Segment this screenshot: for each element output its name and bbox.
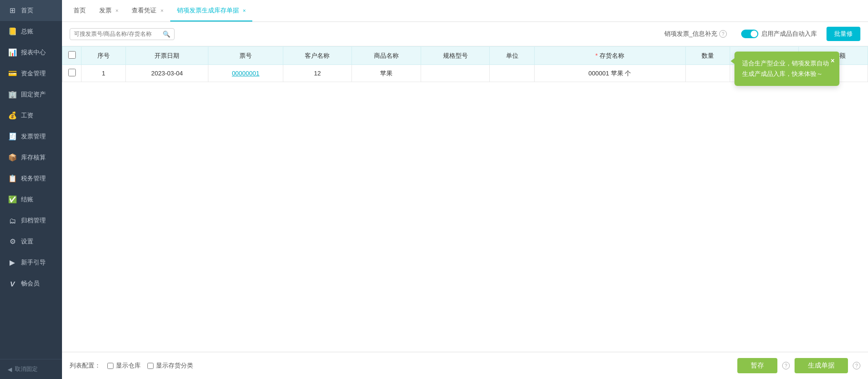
- sidebar-item-vip[interactable]: V 畅会员: [0, 273, 62, 294]
- report-icon: 📊: [8, 48, 17, 57]
- show-warehouse-checkbox-group[interactable]: 显示仓库: [107, 361, 141, 370]
- show-category-label: 显示存货分类: [156, 361, 193, 370]
- sidebar-item-label: 报表中心: [21, 48, 46, 57]
- funds-icon: 💳: [8, 69, 17, 78]
- sidebar-item-label: 新手引导: [21, 258, 46, 267]
- generate-info-icon[interactable]: ?: [853, 362, 860, 369]
- sidebar: ⊞ 首页 📒 总账 📊 报表中心 💳 资金管理 🏢 固定资产 💰 工资 🧾 发票…: [0, 0, 62, 379]
- sidebar-item-report[interactable]: 📊 报表中心: [0, 42, 62, 63]
- sidebar-item-label: 固定资产: [21, 90, 46, 99]
- select-all-checkbox[interactable]: [68, 51, 76, 59]
- tooltip-text: 适合生产型企业，销项发票自动生成产成品入库，快来体验～: [742, 60, 829, 77]
- table-container: 序号 开票日期 票号 客户名称 商品名称 规格型号 单位 * 存货名称 数量 销…: [62, 46, 868, 352]
- sidebar-item-label: 库存核算: [21, 153, 46, 162]
- tab-voucher[interactable]: 查看凭证 ×: [125, 0, 170, 21]
- guide-icon: ▶: [8, 258, 17, 267]
- row-stock: 000001 苹果 个: [534, 65, 685, 82]
- generate-button[interactable]: 生成单据: [795, 358, 848, 373]
- cancel-fixed-btn[interactable]: ◀ 取消固定: [0, 359, 62, 379]
- th-number: 票号: [208, 47, 283, 65]
- th-quantity: 数量: [685, 47, 730, 65]
- tax-icon: 📋: [8, 174, 17, 183]
- list-config-label: 列表配置：: [70, 361, 101, 370]
- sidebar-item-settings[interactable]: ⚙ 设置: [0, 231, 62, 252]
- home-icon: ⊞: [8, 6, 17, 15]
- th-unit: 单位: [490, 47, 534, 65]
- row-date: 2023-03-04: [126, 65, 208, 82]
- search-box[interactable]: 🔍: [70, 28, 175, 40]
- th-customer: 客户名称: [283, 47, 352, 65]
- salary-icon: 💰: [8, 111, 17, 120]
- auto-warehouse-toggle[interactable]: [741, 30, 758, 38]
- sidebar-item-archive[interactable]: 🗂 归档管理: [0, 210, 62, 231]
- sidebar-item-label: 税务管理: [21, 174, 46, 183]
- info-icon[interactable]: ?: [719, 30, 727, 38]
- batch-button[interactable]: 批量修: [827, 27, 860, 41]
- sidebar-item-inventory[interactable]: 📦 库存核算: [0, 147, 62, 168]
- settings-icon: ⚙: [8, 237, 17, 246]
- row-checkbox[interactable]: [68, 69, 76, 76]
- invoice-number-link[interactable]: 00000001: [232, 70, 259, 77]
- sidebar-item-salary[interactable]: 💰 工资: [0, 105, 62, 126]
- sidebar-item-label: 总账: [21, 27, 33, 36]
- tab-invoice[interactable]: 发票 ×: [93, 0, 125, 21]
- sidebar-item-funds[interactable]: 💳 资金管理: [0, 63, 62, 84]
- tab-stock[interactable]: 销项发票生成库存单据 ×: [170, 0, 252, 21]
- sidebar-item-assets[interactable]: 🏢 固定资产: [0, 84, 62, 105]
- tab-bar: 首页 发票 × 查看凭证 × 销项发票生成库存单据 ×: [62, 0, 868, 22]
- tooltip-popup: × 适合生产型企业，销项发票自动生成产成品入库，快来体验～: [734, 52, 839, 86]
- th-date: 开票日期: [126, 47, 208, 65]
- invoice-mgmt-icon: 🧾: [8, 132, 17, 141]
- main-area: 首页 发票 × 查看凭证 × 销项发票生成库存单据 × 🔍 销项发票_信息补充 …: [62, 0, 868, 379]
- tab-voucher-label: 查看凭证: [132, 6, 156, 15]
- row-checkbox-cell: [62, 65, 82, 82]
- show-warehouse-checkbox[interactable]: [107, 363, 114, 369]
- row-unit: [490, 65, 534, 82]
- tab-voucher-close[interactable]: ×: [160, 8, 163, 13]
- vip-icon: V: [8, 280, 17, 288]
- show-category-checkbox[interactable]: [147, 363, 154, 369]
- th-goods: 商品名称: [352, 47, 421, 65]
- sidebar-item-tax[interactable]: 📋 税务管理: [0, 168, 62, 189]
- sidebar-item-invoice-mgmt[interactable]: 🧾 发票管理: [0, 126, 62, 147]
- tooltip-close-btn[interactable]: ×: [831, 55, 835, 67]
- show-category-checkbox-group[interactable]: 显示存货分类: [147, 361, 193, 370]
- settle-icon: ✅: [8, 195, 17, 204]
- inventory-icon: 📦: [8, 153, 17, 162]
- sidebar-item-label: 工资: [21, 111, 33, 120]
- sidebar-item-label: 资金管理: [21, 69, 46, 78]
- th-stock: * 存货名称: [534, 47, 685, 65]
- show-warehouse-label: 显示仓库: [116, 361, 141, 370]
- sidebar-item-ledger[interactable]: 📒 总账: [0, 21, 62, 42]
- sidebar-item-label: 畅会员: [21, 279, 40, 288]
- row-goods: 苹果: [352, 65, 421, 82]
- row-seq: 1: [82, 65, 126, 82]
- cancel-fixed-icon: ◀: [8, 366, 12, 373]
- save-info-icon[interactable]: ?: [782, 362, 790, 369]
- save-button[interactable]: 暂存: [737, 358, 777, 373]
- sidebar-item-label: 归档管理: [21, 216, 46, 225]
- bottom-bar: 列表配置： 显示仓库 显示存货分类 暂存 ? 生成单据 ?: [62, 352, 868, 379]
- toolbar: 🔍 销项发票_信息补充 ? 启用产成品自动入库 批量修: [62, 22, 868, 46]
- bottom-actions: 暂存 ? 生成单据 ?: [737, 358, 860, 373]
- search-icon: 🔍: [163, 31, 170, 38]
- tab-stock-close[interactable]: ×: [243, 8, 246, 13]
- tab-invoice-close[interactable]: ×: [115, 8, 118, 13]
- sidebar-item-home[interactable]: ⊞ 首页: [0, 0, 62, 21]
- search-input[interactable]: [74, 31, 163, 37]
- th-spec: 规格型号: [421, 47, 490, 65]
- row-number: 00000001: [208, 65, 283, 82]
- sidebar-item-settle[interactable]: ✅ 结账: [0, 189, 62, 210]
- toolbar-info: 销项发票_信息补充 ?: [664, 30, 727, 38]
- row-customer: 12: [283, 65, 352, 82]
- tab-stock-label: 销项发票生成库存单据: [177, 6, 239, 15]
- archive-icon: 🗂: [8, 217, 17, 225]
- sidebar-item-label: 结账: [21, 195, 33, 204]
- ledger-icon: 📒: [8, 27, 17, 36]
- info-text: 销项发票_信息补充: [664, 30, 717, 38]
- sidebar-item-label: 发票管理: [21, 132, 46, 141]
- toggle-label: 启用产成品自动入库: [761, 30, 817, 38]
- sidebar-item-label: 首页: [21, 6, 33, 15]
- sidebar-item-guide[interactable]: ▶ 新手引导: [0, 252, 62, 273]
- tab-home[interactable]: 首页: [67, 0, 93, 21]
